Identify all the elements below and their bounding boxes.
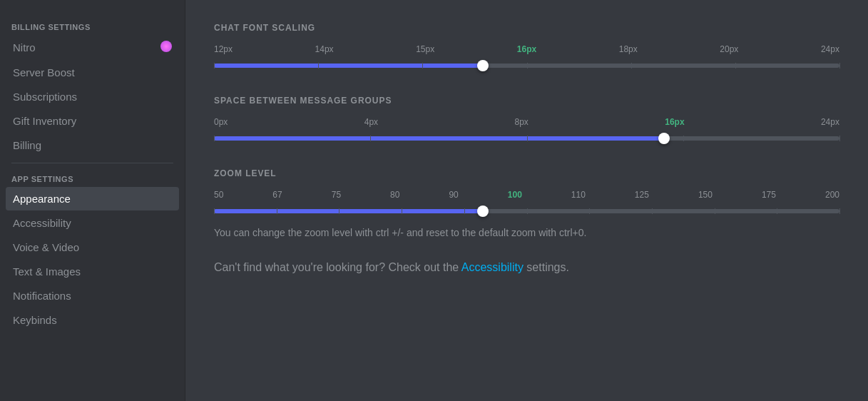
space-between-thumb[interactable] bbox=[658, 133, 670, 144]
nitro-icon bbox=[160, 41, 172, 54]
ztick-1 bbox=[277, 208, 277, 214]
label-24px-space: 24px bbox=[821, 117, 839, 127]
zoom-level-thumb[interactable] bbox=[477, 205, 489, 217]
sidebar-item-server-boost[interactable]: Server Boost bbox=[6, 61, 179, 84]
find-note-prefix: Can't find what you're looking for? Chec… bbox=[214, 261, 461, 273]
label-175: 175 bbox=[762, 190, 776, 200]
zoom-level-title: ZOOM LEVEL bbox=[214, 168, 839, 178]
label-0px: 0px bbox=[214, 117, 228, 127]
sidebar-item-accessibility[interactable]: Accessibility bbox=[6, 211, 179, 235]
app-settings-label: APP SETTINGS bbox=[6, 169, 179, 186]
ztick-7 bbox=[652, 208, 653, 214]
tick-3 bbox=[527, 63, 528, 68]
text-images-label: Text & Images bbox=[13, 265, 81, 278]
label-15px: 15px bbox=[416, 44, 434, 54]
sidebar-item-gift-inventory[interactable]: Gift Inventory bbox=[6, 109, 179, 133]
stick-4 bbox=[839, 136, 840, 141]
sidebar-divider bbox=[11, 163, 173, 163]
tick-1 bbox=[318, 63, 319, 68]
space-between-fill bbox=[214, 136, 664, 141]
tick-4 bbox=[631, 63, 632, 68]
zoom-level-fill bbox=[214, 209, 483, 213]
zoom-level-section: ZOOM LEVEL 50 67 75 80 90 100 110 125 15… bbox=[214, 168, 839, 238]
server-boost-label: Server Boost bbox=[13, 66, 75, 78]
chat-font-scaling-thumb[interactable] bbox=[477, 60, 489, 71]
zoom-level-slider-track bbox=[214, 209, 839, 213]
stick-3 bbox=[683, 136, 684, 141]
tick-5 bbox=[735, 63, 736, 68]
ztick-10 bbox=[839, 208, 840, 214]
tick-2 bbox=[422, 63, 423, 68]
ztick-8 bbox=[715, 208, 715, 214]
label-24px: 24px bbox=[821, 44, 839, 54]
chat-font-scaling-labels: 12px 14px 15px 16px 18px 20px 24px bbox=[214, 44, 839, 54]
stick-0 bbox=[214, 136, 215, 141]
label-90: 90 bbox=[449, 190, 458, 200]
label-20px: 20px bbox=[720, 44, 738, 54]
sidebar-item-billing[interactable]: Billing bbox=[6, 133, 179, 157]
chat-font-scaling-title: CHAT FONT SCALING bbox=[214, 23, 839, 33]
gift-inventory-label: Gift Inventory bbox=[13, 115, 76, 127]
ztick-4 bbox=[464, 208, 465, 214]
label-80: 80 bbox=[390, 190, 399, 200]
ztick-5 bbox=[527, 208, 528, 214]
sidebar-item-voice-video[interactable]: Voice & Video bbox=[6, 235, 179, 259]
billing-settings-label: BILLING SETTINGS bbox=[6, 17, 179, 34]
label-110: 110 bbox=[571, 190, 586, 200]
chat-font-scaling-track[interactable] bbox=[214, 59, 839, 73]
ztick-3 bbox=[402, 208, 402, 214]
accessibility-link[interactable]: Accessibility bbox=[461, 261, 524, 273]
label-16px-active: 16px bbox=[517, 44, 536, 54]
label-50: 50 bbox=[214, 190, 223, 200]
sidebar-item-keybinds[interactable]: Keybinds bbox=[6, 308, 179, 332]
tick-6 bbox=[839, 63, 840, 68]
accessibility-label: Accessibility bbox=[13, 217, 71, 229]
zoom-level-track[interactable] bbox=[214, 204, 839, 218]
nitro-label: Nitro bbox=[13, 41, 36, 54]
label-8px: 8px bbox=[514, 117, 528, 127]
main-content: CHAT FONT SCALING 12px 14px 15px 16px 18… bbox=[185, 0, 868, 401]
ztick-9 bbox=[777, 208, 777, 214]
sidebar-item-subscriptions[interactable]: Subscriptions bbox=[6, 85, 179, 108]
voice-video-label: Voice & Video bbox=[13, 241, 79, 253]
appearance-label: Appearance bbox=[13, 193, 71, 205]
sidebar-item-notifications[interactable]: Notifications bbox=[6, 284, 179, 308]
find-note: Can't find what you're looking for? Chec… bbox=[214, 261, 839, 274]
sidebar-item-nitro[interactable]: Nitro bbox=[6, 35, 179, 60]
label-75: 75 bbox=[332, 190, 341, 200]
space-between-labels: 0px 4px 8px 16px 24px bbox=[214, 117, 839, 127]
space-between-track[interactable] bbox=[214, 131, 839, 146]
zoom-level-labels: 50 67 75 80 90 100 110 125 150 175 200 bbox=[214, 190, 839, 200]
tick-0 bbox=[214, 63, 215, 68]
label-4px: 4px bbox=[364, 117, 378, 127]
sidebar-item-text-images[interactable]: Text & Images bbox=[6, 260, 179, 283]
chat-font-scaling-fill bbox=[214, 64, 483, 68]
space-between-slider-track bbox=[214, 136, 839, 141]
sidebar-item-appearance[interactable]: Appearance bbox=[6, 187, 179, 210]
stick-1 bbox=[370, 136, 371, 141]
label-14px: 14px bbox=[315, 44, 334, 54]
sidebar: BILLING SETTINGS Nitro Server Boost Subs… bbox=[0, 0, 185, 401]
billing-label: Billing bbox=[13, 139, 41, 151]
chat-font-scaling-section: CHAT FONT SCALING 12px 14px 15px 16px 18… bbox=[214, 23, 839, 73]
label-150: 150 bbox=[698, 190, 713, 200]
label-16px-space-active: 16px bbox=[665, 117, 684, 127]
label-12px: 12px bbox=[214, 44, 233, 54]
subscriptions-label: Subscriptions bbox=[13, 91, 77, 103]
chat-font-scaling-slider-track bbox=[214, 64, 839, 68]
label-18px: 18px bbox=[619, 44, 638, 54]
stick-2 bbox=[527, 136, 528, 141]
label-100-active: 100 bbox=[508, 190, 522, 200]
notifications-label: Notifications bbox=[13, 290, 71, 302]
find-note-suffix: settings. bbox=[524, 261, 569, 273]
ztick-0 bbox=[214, 208, 215, 214]
ztick-2 bbox=[339, 208, 339, 214]
ztick-6 bbox=[589, 208, 590, 214]
label-125: 125 bbox=[635, 190, 649, 200]
zoom-note: You can change the zoom level with ctrl … bbox=[214, 227, 839, 238]
keybinds-label: Keybinds bbox=[13, 314, 57, 326]
space-between-section: SPACE BETWEEN MESSAGE GROUPS 0px 4px 8px… bbox=[214, 96, 839, 146]
space-between-title: SPACE BETWEEN MESSAGE GROUPS bbox=[214, 96, 839, 106]
label-67: 67 bbox=[272, 190, 282, 200]
label-200: 200 bbox=[825, 190, 839, 200]
